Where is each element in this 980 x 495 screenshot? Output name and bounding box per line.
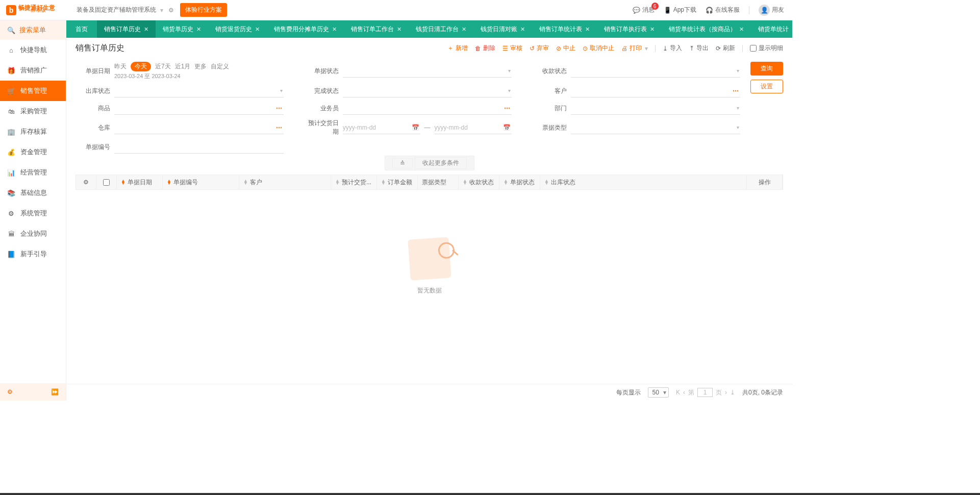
page-last[interactable]: ⤓ [730, 389, 735, 396]
tab[interactable]: 销售订单工作台✕ [344, 20, 409, 38]
discard-button[interactable]: ↺弃审 [530, 44, 549, 53]
sidebar-item[interactable]: 💰资金管理 [0, 142, 66, 162]
date-chip[interactable]: 近1月 [175, 62, 191, 71]
sidebar-item[interactable]: 🏛企业协同 [0, 224, 66, 244]
billno-input[interactable] [114, 140, 284, 154]
experience-button[interactable]: 体验行业方案 [180, 3, 227, 17]
messages-button[interactable]: 💬 消息 6 [633, 6, 655, 14]
page-input[interactable]: 1 [697, 388, 713, 397]
sort-icon[interactable]: ▲▼ [381, 180, 386, 185]
sort-icon[interactable]: ▲▼ [544, 180, 549, 185]
date-chip[interactable]: 今天 [131, 62, 151, 71]
salesman-picker[interactable]: ⋯ [343, 102, 512, 115]
close-icon[interactable]: ✕ [462, 26, 466, 33]
deliver-from-input[interactable]: yyyy-mm-dd📅 [343, 121, 420, 134]
customer-picker[interactable]: ⋯ [571, 84, 740, 97]
sidebar-item[interactable]: 📊经营管理 [0, 162, 66, 183]
gear-icon[interactable]: ⚙ [168, 7, 174, 14]
close-icon[interactable]: ✕ [196, 26, 201, 33]
donestatus-select[interactable]: ▾ [343, 84, 512, 97]
sort-icon[interactable]: ▲▼ [504, 180, 508, 185]
tab[interactable]: 销货单历史✕ [156, 20, 208, 38]
refresh-button[interactable]: ⟳刷新 [716, 44, 735, 53]
sidebar-item[interactable]: ⌂快捷导航 [0, 40, 66, 60]
page-next[interactable]: › [725, 389, 727, 396]
sort-icon[interactable]: ▲▼ [463, 180, 467, 185]
close-icon[interactable]: ✕ [739, 26, 744, 33]
close-icon[interactable]: ✕ [332, 26, 337, 33]
collapse-button[interactable]: ≙收起更多条件 [385, 156, 474, 170]
sidebar-item[interactable]: 🎁营销推广 [0, 60, 66, 81]
page-size-select[interactable]: 50 [648, 387, 669, 398]
date-chip[interactable]: 近7天 [155, 62, 171, 71]
tab[interactable]: 销货退货历史✕ [208, 20, 267, 38]
tab[interactable]: 销货单统计表（按商品）✕ [662, 20, 751, 38]
gear-icon[interactable]: ⚙ [7, 388, 13, 395]
tab[interactable]: 钱货日清工作台✕ [409, 20, 473, 38]
unstop-button[interactable]: ⊙取消中止 [583, 44, 614, 53]
gear-icon[interactable]: ⚙ [83, 179, 89, 186]
tab[interactable]: 销售订单执行表✕ [597, 20, 662, 38]
export-button[interactable]: ⤒导出 [689, 44, 709, 53]
sidebar-item[interactable]: ⚙系统管理 [0, 203, 66, 224]
query-button[interactable]: 查询 [750, 62, 783, 76]
stop-button[interactable]: ⊘中止 [556, 44, 575, 53]
sort-icon[interactable]: ▲▼ [167, 180, 171, 185]
sort-icon[interactable]: ▲▼ [243, 180, 248, 185]
chat-icon: 💬 [633, 7, 640, 14]
sidebar-item[interactable]: 📘新手引导 [0, 244, 66, 264]
deliver-to-input[interactable]: yyyy-mm-dd📅 [435, 121, 512, 134]
import-button[interactable]: ⤓导入 [663, 44, 682, 53]
tab[interactable]: 销货单统计✕ [751, 20, 792, 38]
date-chip[interactable]: 更多 [194, 62, 207, 71]
system-selector[interactable]: 装备及固定资产辅助管理系统 ▾ [77, 6, 163, 14]
chevron-down-icon: ▾ [737, 68, 739, 73]
close-icon[interactable]: ✕ [585, 26, 590, 33]
date-chip[interactable]: 自定义 [211, 62, 229, 71]
sort-icon[interactable]: ▲▼ [121, 180, 125, 185]
tickettype-select[interactable]: ▾ [571, 121, 740, 134]
tab[interactable]: 销售订单历史✕ [97, 20, 156, 38]
close-icon[interactable]: ✕ [144, 26, 148, 33]
settings-button[interactable]: 设置 [750, 80, 783, 93]
paystatus-select[interactable]: ▾ [571, 64, 740, 78]
delete-button[interactable]: 🗑删除 [475, 44, 495, 53]
page-prev[interactable]: ‹ [683, 389, 685, 396]
sidebar-bottom: ⚙ ⏩ [0, 383, 66, 401]
status-select[interactable]: ▾ [343, 64, 512, 78]
close-icon[interactable]: ✕ [650, 26, 655, 33]
stop-icon: ⊘ [556, 45, 561, 52]
search-menu[interactable]: 🔍 搜索菜单 [0, 20, 66, 40]
sidebar-item[interactable]: 🏢库存核算 [0, 121, 66, 142]
sort-icon[interactable]: ▲▼ [335, 180, 340, 185]
brand-logo-icon: b [6, 5, 16, 15]
close-icon[interactable]: ✕ [255, 26, 260, 33]
tab[interactable]: 销售订单统计表✕ [532, 20, 597, 38]
goods-picker[interactable]: ⋯ [114, 102, 284, 115]
collapse-sidebar-icon[interactable]: ⏩ [51, 388, 59, 395]
select-all-checkbox[interactable] [103, 179, 110, 186]
app-download-button[interactable]: 📱 App下载 [664, 6, 696, 14]
show-detail-checkbox[interactable]: 显示明细 [750, 44, 783, 53]
warehouse-picker[interactable]: ⋯ [114, 121, 284, 134]
service-button[interactable]: 🎧 在线客服 [706, 6, 740, 14]
date-chip[interactable]: 昨天 [114, 62, 127, 71]
sidebar-item[interactable]: 🛒销售管理 [0, 81, 66, 101]
sidebar-item[interactable]: 🛍采购管理 [0, 101, 66, 121]
tab[interactable]: 首页 [66, 20, 97, 38]
user-menu[interactable]: 👤 用友 [759, 5, 784, 16]
dept-select[interactable]: ▾ [571, 102, 740, 115]
tab[interactable]: 销售费用分摊单历史✕ [267, 20, 344, 38]
page-first[interactable]: K [676, 389, 680, 396]
system-name: 装备及固定资产辅助管理系统 [77, 6, 156, 14]
add-button[interactable]: ＋新增 [447, 44, 468, 53]
print-button[interactable]: 🖨打印▾ [621, 44, 648, 53]
audit-button[interactable]: ☰审核 [502, 44, 522, 53]
close-icon[interactable]: ✕ [792, 26, 792, 33]
close-icon[interactable]: ✕ [520, 26, 525, 33]
close-icon[interactable]: ✕ [397, 26, 401, 33]
outstatus-select[interactable]: ▾ [114, 84, 284, 97]
tab[interactable]: 钱货日清对账✕ [473, 20, 532, 38]
calendar-icon: 📅 [412, 124, 419, 131]
sidebar-item[interactable]: 📚基础信息 [0, 183, 66, 203]
